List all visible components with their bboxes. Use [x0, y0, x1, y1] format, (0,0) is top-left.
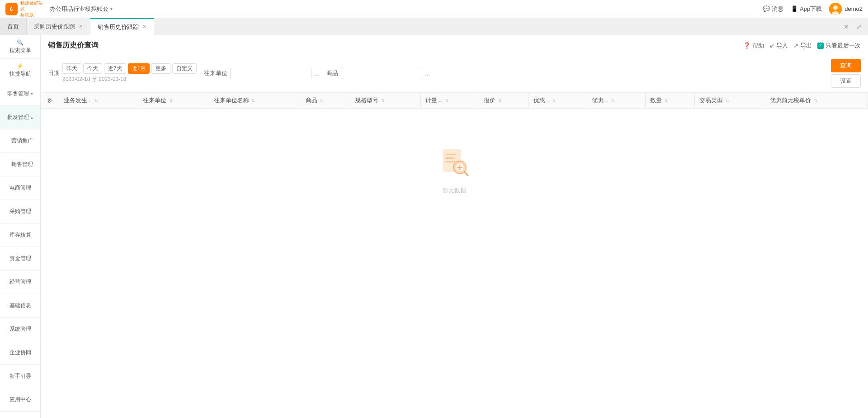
sidebar-item-finance[interactable]: 资金管理 — [0, 247, 40, 271]
col-unit[interactable]: 计量... ⇅ — [421, 93, 479, 109]
col-trade-type[interactable]: 交易类型 ⇅ — [695, 93, 765, 109]
logo-area: 6 畅捷通好生意标准版 — [5, 0, 46, 18]
retail-arrow-icon: ▾ — [31, 91, 33, 96]
sidebar-item-operations[interactable]: 经营管理 — [0, 271, 40, 294]
top-header: 6 畅捷通好生意标准版 办公用品行业模拟账套 ▾ 💬 消息 📱 App下载 de… — [0, 0, 868, 18]
help-label: 帮助 — [752, 42, 764, 50]
sidebar-item-sales-mgmt[interactable]: 销售管理 — [0, 153, 40, 176]
col-from-unit-name-sort: ⇅ — [251, 98, 255, 103]
tab-close-all-btn[interactable]: ✕ — [841, 21, 852, 32]
sidebar-operations-label: 经营管理 — [9, 278, 31, 286]
col-product[interactable]: 商品 ⇅ — [301, 93, 350, 109]
col-gear[interactable]: ⚙ — [41, 93, 59, 109]
col-from-unit[interactable]: 往来单位 ⇅ — [138, 93, 209, 109]
col-from-unit-sort: ⇅ — [169, 98, 173, 103]
sidebar-item-search[interactable]: 🔍 搜索菜单 — [0, 35, 40, 59]
import-btn[interactable]: ↙ 导入 — [769, 42, 788, 50]
sidebar-item-purchase[interactable]: 采购管理 — [0, 200, 40, 223]
sidebar-item-basic-info[interactable]: 基础信息 — [0, 294, 40, 318]
only-last-checkbox[interactable]: ✓ — [817, 43, 824, 49]
export-btn[interactable]: ↗ 导出 — [793, 42, 812, 50]
col-qty[interactable]: 数量 ⇅ — [645, 93, 694, 109]
col-discount2-label: 优惠... — [592, 97, 609, 104]
sidebar-inventory-label: 库存核算 — [9, 231, 31, 239]
tab-maximize-btn[interactable]: ⤢ — [854, 21, 864, 32]
tab-purchase-history[interactable]: 采购历史价跟踪 ✕ — [27, 18, 90, 35]
tab-purchase-history-close[interactable]: ✕ — [79, 24, 83, 29]
date-btn-7days[interactable]: 近7天 — [104, 63, 126, 74]
sidebar-item-ecommerce[interactable]: 电商管理 — [0, 176, 40, 200]
sidebar-item-app-center[interactable]: 应用中心 — [0, 388, 40, 412]
sidebar-item-retail[interactable]: 零售管理 ▾ — [0, 82, 40, 106]
table-head: ⚙ 业务发生... ⇅ 往来单位 ⇅ 往来单位名称 ⇅ — [41, 93, 868, 109]
settings-button[interactable]: 设置 — [831, 74, 861, 88]
message-icon: 💬 — [763, 5, 770, 12]
sidebar-item-wechat[interactable]: 企业微信 — [0, 412, 40, 418]
date-btn-more[interactable]: 更多 — [151, 63, 170, 74]
product-dots[interactable]: ... — [425, 70, 430, 77]
svg-point-3 — [833, 5, 838, 10]
col-discount1[interactable]: 优惠... ⇅ — [528, 93, 587, 109]
from-unit-dots[interactable]: ... — [314, 70, 319, 77]
tab-right-buttons: ✕ ⤢ — [841, 21, 868, 32]
sidebar-item-system[interactable]: 系统管理 — [0, 318, 40, 341]
avatar — [829, 3, 842, 15]
filter-action-btns: 查询 设置 — [831, 59, 861, 88]
col-spec[interactable]: 规格型号 ⇅ — [350, 93, 421, 109]
svg-line-11 — [464, 172, 468, 176]
date-range-text: 2023-02-18 至 2023-03-18 — [62, 76, 197, 83]
tab-sales-history-close[interactable]: ✕ — [142, 24, 146, 30]
app-download-btn[interactable]: 📱 App下载 — [791, 5, 822, 13]
product-filter-group: 商品 ... — [326, 68, 430, 79]
col-qty-label: 数量 — [650, 97, 662, 104]
sidebar-item-enterprise[interactable]: 企业协同 — [0, 341, 40, 365]
date-btn-custom[interactable]: 自定义 — [172, 63, 197, 74]
svg-rect-6 — [445, 154, 457, 155]
sidebar-item-quick-nav[interactable]: ⚡ 快捷导航 — [0, 59, 40, 82]
message-btn[interactable]: 💬 消息 — [763, 5, 783, 13]
svg-rect-8 — [445, 161, 455, 162]
sidebar: 🔍 搜索菜单 ⚡ 快捷导航 零售管理 ▾ 批发管理 ▴ 营销推广 销售管理 电商… — [0, 35, 41, 418]
sidebar-item-guide[interactable]: 新手引导 — [0, 365, 40, 388]
from-unit-input[interactable] — [230, 68, 311, 79]
date-btn-1month[interactable]: 近1月 — [128, 63, 150, 74]
table-header-row: ⚙ 业务发生... ⇅ 往来单位 ⇅ 往来单位名称 ⇅ — [41, 93, 868, 109]
col-trade-type-label: 交易类型 — [699, 97, 723, 104]
col-quote-label: 报价 — [484, 97, 495, 104]
tab-purchase-history-label: 采购历史价跟踪 — [34, 23, 75, 31]
tab-home[interactable]: 首页 — [0, 18, 27, 35]
sidebar-purchase-label: 采购管理 — [9, 208, 31, 215]
query-button[interactable]: 查询 — [831, 59, 861, 72]
col-biz-date[interactable]: 业务发生... ⇅ — [59, 93, 138, 109]
col-discount1-sort: ⇅ — [552, 98, 556, 103]
download-icon: 📱 — [791, 5, 798, 12]
wholesale-arrow-icon: ▴ — [31, 115, 33, 120]
tab-sales-history[interactable]: 销售历史价跟踪 ✕ — [90, 18, 154, 35]
sidebar-item-marketing[interactable]: 营销推广 — [0, 129, 40, 153]
empty-illustration — [436, 145, 472, 181]
app-title-dropdown-icon[interactable]: ▾ — [110, 6, 113, 11]
col-quote[interactable]: 报价 ⇅ — [479, 93, 528, 109]
col-pretax-price[interactable]: 优惠前无税单价 ⇅ — [765, 93, 868, 109]
search-icon: 🔍 — [17, 39, 24, 46]
product-input[interactable] — [341, 68, 422, 79]
col-trade-type-sort: ⇅ — [726, 98, 729, 103]
user-avatar-area[interactable]: demo2 — [829, 3, 863, 15]
col-biz-date-label: 业务发生... — [64, 97, 92, 104]
col-biz-date-sort: ⇅ — [94, 98, 98, 103]
only-last-label: 只看最后一次 — [826, 42, 861, 50]
help-btn[interactable]: ❓ 帮助 — [743, 42, 764, 50]
col-unit-label: 计量... — [425, 97, 442, 104]
only-last-checkbox-label[interactable]: ✓ 只看最后一次 — [817, 42, 861, 50]
date-btn-yesterday[interactable]: 昨天 — [62, 63, 81, 74]
sidebar-item-wholesale[interactable]: 批发管理 ▴ — [0, 106, 40, 129]
empty-text: 暂无数据 — [443, 186, 466, 195]
sidebar-item-inventory[interactable]: 库存核算 — [0, 223, 40, 247]
date-btn-today[interactable]: 今天 — [83, 63, 102, 74]
sidebar-finance-label: 资金管理 — [9, 255, 31, 262]
sidebar-enterprise-label: 企业协同 — [9, 349, 31, 356]
sidebar-quick-nav-label: 快捷导航 — [9, 70, 31, 78]
col-discount2[interactable]: 优惠... ⇅ — [587, 93, 645, 109]
col-from-unit-name[interactable]: 往来单位名称 ⇅ — [209, 93, 301, 109]
table-area: ⚙ 业务发生... ⇅ 往来单位 ⇅ 往来单位名称 ⇅ — [41, 93, 868, 418]
